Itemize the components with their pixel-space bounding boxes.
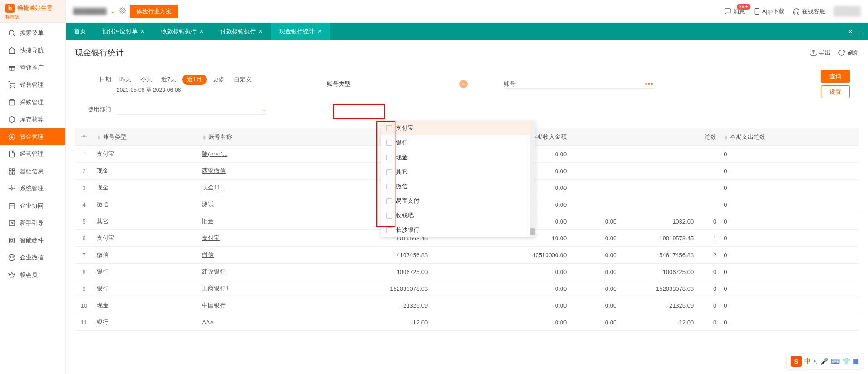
user-avatar[interactable] <box>833 6 861 17</box>
close-icon[interactable]: ✕ <box>140 28 145 35</box>
cell-name: 旧金 <box>198 213 304 230</box>
date-option[interactable]: 自定义 <box>231 75 254 85</box>
cell-outcnt: 0 <box>720 180 859 196</box>
close-icon[interactable]: ✕ <box>317 28 322 35</box>
sidebar-item-money[interactable]: 资金管理 <box>0 128 65 145</box>
account-link[interactable]: 西安微信 <box>202 167 226 174</box>
sidebar-item-doc[interactable]: 经营管理 <box>0 145 65 163</box>
checkbox[interactable] <box>386 213 392 219</box>
settings-button[interactable]: 设置 <box>821 85 850 98</box>
ime-mic-icon[interactable]: 🎤 <box>820 358 828 365</box>
sidebar-item-play[interactable]: 新手引导 <box>0 214 65 232</box>
dropdown-option[interactable]: 收钱吧 <box>381 208 535 223</box>
tab[interactable]: 首页 <box>66 23 94 40</box>
checkbox[interactable] <box>386 184 392 189</box>
sidebar-item-search[interactable]: 搜索菜单 <box>0 25 65 42</box>
chevron-down-icon[interactable]: ⌄ <box>261 105 266 112</box>
checkbox[interactable] <box>386 169 392 175</box>
ime-toolbox-icon[interactable]: ▦ <box>853 358 859 365</box>
account-link[interactable]: 支付宝 <box>202 234 220 241</box>
cell-c7: 1006725.00 <box>620 264 697 280</box>
cell-cnt: 0 <box>697 213 720 230</box>
query-button[interactable]: 查询 <box>821 70 850 83</box>
export-button[interactable]: 导出 <box>810 49 831 57</box>
checkbox[interactable] <box>386 155 392 160</box>
account-link[interactable]: 陡(○○○)... <box>202 150 227 157</box>
checkbox[interactable] <box>386 198 392 204</box>
fullscreen-button[interactable]: ⛶ <box>858 28 863 35</box>
ime-skin-icon[interactable]: 👕 <box>843 358 850 365</box>
gear-icon[interactable] <box>119 7 126 15</box>
sidebar-item-calendar[interactable]: 企业协同 <box>0 197 65 214</box>
tab[interactable]: 收款核销执行✕ <box>153 23 212 40</box>
account-link[interactable]: 建设银行 <box>202 268 226 275</box>
dropdown-scrollbar[interactable] <box>530 121 535 237</box>
settings-column-header[interactable] <box>75 128 93 146</box>
checkbox[interactable] <box>386 125 392 131</box>
close-all-tabs-button[interactable]: ✕ <box>848 28 853 35</box>
dropdown-option[interactable]: 微信 <box>381 179 535 194</box>
dropdown-option[interactable]: 易宝支付 <box>381 194 535 208</box>
dept-field[interactable]: ⌄ <box>117 104 266 115</box>
close-icon[interactable]: ✕ <box>199 28 204 35</box>
close-icon[interactable]: ✕ <box>258 28 263 35</box>
col-account-name[interactable]: ▲▼账号名称 <box>198 128 304 146</box>
dropdown-option[interactable]: 银行 <box>381 135 535 150</box>
checkbox[interactable] <box>386 227 392 233</box>
dropdown-option[interactable]: 长沙银行 <box>381 223 535 237</box>
date-option[interactable]: 今天 <box>138 75 155 85</box>
checkbox[interactable] <box>386 140 392 146</box>
sidebar-item-bag[interactable]: 采购管理 <box>0 94 65 111</box>
account-link[interactable]: 现金111 <box>202 184 224 191</box>
sidebar-item-cart[interactable]: 销售管理 <box>0 76 65 94</box>
tab[interactable]: 付款核销执行✕ <box>212 23 271 40</box>
phone-icon <box>753 8 760 15</box>
date-option[interactable]: 近7天 <box>158 75 179 85</box>
trial-button[interactable]: 体验行业方案 <box>130 5 178 18</box>
chevron-up-icon[interactable] <box>459 80 468 88</box>
app-download-button[interactable]: App下载 <box>753 7 784 15</box>
ime-keyboard-icon[interactable]: ⌨ <box>831 358 840 365</box>
tab[interactable]: 现金银行统计✕ <box>271 23 330 40</box>
cell-cnt: 2 <box>697 247 720 264</box>
date-option[interactable]: 近1月 <box>182 75 207 85</box>
sidebar-item-grid[interactable]: 基础信息 <box>0 163 65 180</box>
sidebar-item-gear[interactable]: 系统管理 <box>0 180 65 197</box>
dropdown-option[interactable]: 其它 <box>381 165 535 179</box>
date-option[interactable]: 更多 <box>210 75 227 85</box>
cell-name: 西安微信 <box>198 163 304 180</box>
sidebar-item-box[interactable]: 库存核算 <box>0 111 65 128</box>
account-link[interactable]: 工商银行1 <box>202 285 229 292</box>
ime-lang[interactable]: 中 <box>804 357 811 365</box>
sidebar-item-chip[interactable]: 智能硬件 <box>0 232 65 249</box>
ime-punct-icon[interactable]: •, <box>814 358 818 365</box>
sidebar-item-gift[interactable]: 营销推广 <box>0 59 65 76</box>
ime-logo-icon[interactable]: S <box>791 356 802 367</box>
cell-type: 银行 <box>93 264 198 280</box>
account-link[interactable]: 旧金 <box>202 218 214 224</box>
account-type-input[interactable] <box>350 79 459 89</box>
svg-rect-12 <box>12 172 15 174</box>
account-link[interactable]: AAA <box>202 319 214 326</box>
account-type-field[interactable]: 账号类型 <box>327 79 468 90</box>
dropdown-option[interactable]: 现金 <box>381 150 535 165</box>
messages-button[interactable]: 消息 99 + <box>724 7 745 15</box>
more-dots-icon[interactable]: ••• <box>645 80 654 87</box>
account-link[interactable]: 测试 <box>202 201 214 208</box>
dropdown-option[interactable]: 支付宝 <box>381 121 535 135</box>
sidebar-item-vip[interactable]: 畅会员 <box>0 266 65 284</box>
account-link[interactable]: 微信 <box>202 251 214 258</box>
tab[interactable]: 预付冲应付单✕ <box>94 23 153 40</box>
col-out-count[interactable]: ▲▼本期支出笔数 <box>720 128 859 146</box>
sidebar-item-home[interactable]: 快捷导航 <box>0 42 65 59</box>
account-link[interactable]: 中国银行 <box>202 302 226 309</box>
date-option[interactable]: 昨天 <box>117 75 134 85</box>
online-service-button[interactable]: 在线客服 <box>793 7 825 15</box>
account-field[interactable]: 账号 ••• <box>504 80 654 89</box>
sidebar-item-wechat[interactable]: 企业微信 <box>0 249 65 266</box>
col-count[interactable]: 笔数 <box>697 128 720 146</box>
scrollbar-thumb[interactable] <box>530 228 535 235</box>
col-account-type[interactable]: ▲▼账号类型 <box>93 128 198 146</box>
refresh-button[interactable]: 刷新 <box>838 49 859 57</box>
chevron-down-icon[interactable]: ⌄ <box>110 8 115 15</box>
